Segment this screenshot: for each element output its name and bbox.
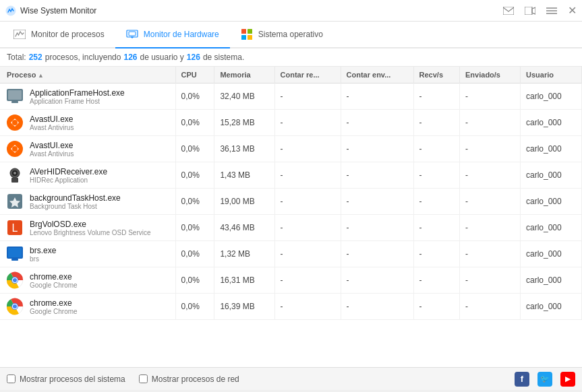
process-icon-1 (5, 113, 24, 132)
video-icon[interactable] (525, 7, 535, 15)
mem-cell-8: 16,39 MB (214, 294, 274, 320)
title-bar: Wise System Monitor ✕ (0, 0, 582, 22)
show-network-processes-label[interactable]: Mostrar procesos de red (139, 374, 239, 384)
user-cell-2: carlo_000 (521, 136, 582, 162)
summary-system: 126 (187, 53, 200, 62)
cpu-cell-0: 0,0% (175, 84, 214, 110)
env-cell-1: - (341, 110, 413, 136)
table-row[interactable]: chrome.exe Google Chrome 0,0% 16,39 MB -… (0, 294, 582, 320)
process-desc-0: Application Frame Host (30, 98, 125, 105)
process-desc-3: HIDRec Application (30, 176, 107, 184)
table-row[interactable]: backgroundTaskHost.exe Background Task H… (0, 189, 582, 215)
svg-point-20 (12, 120, 18, 125)
sent-cell-2: - (460, 136, 521, 162)
env-cell-0: - (341, 84, 413, 110)
process-icon-3 (5, 166, 24, 185)
tab-icon-hardware (126, 28, 138, 40)
cpu-cell-1: 0,0% (175, 110, 214, 136)
re-cell-7: - (274, 267, 341, 294)
app-icon (5, 5, 16, 16)
tab-sistema-operativo[interactable]: Sistema operativo (230, 22, 334, 48)
re-cell-5: - (274, 215, 341, 241)
summary-user: 126 (123, 53, 137, 62)
process-table: Proceso CPU Memoria Contar re... Contar … (0, 67, 582, 320)
table-row[interactable]: chrome.exe Google Chrome 0,0% 16,31 MB -… (0, 267, 582, 294)
user-cell-5: carlo_000 (521, 215, 582, 241)
user-cell-4: carlo_000 (521, 189, 582, 215)
sent-cell-5: - (460, 215, 521, 241)
recv-cell-8: - (413, 294, 459, 320)
col-contar-re[interactable]: Contar re... (274, 67, 341, 84)
process-icon-8 (5, 297, 24, 316)
col-contar-env[interactable]: Contar env... (341, 67, 413, 84)
sent-cell-8: - (460, 294, 521, 320)
svg-point-37 (13, 278, 17, 282)
process-cell-8: chrome.exe Google Chrome (0, 294, 175, 320)
recv-cell-1: - (413, 110, 459, 136)
youtube-icon[interactable]: ▶ (560, 372, 575, 387)
table-row[interactable]: AvastUI.exe Avast Antivirus 0,0% 15,28 M… (0, 110, 582, 136)
process-cell-6: brs.exe brs (0, 241, 175, 267)
table-row[interactable]: brs.exe brs 0,0% 1,32 MB - - - - carlo_0… (0, 241, 582, 267)
tab-monitor-hardware[interactable]: Monitor de Hardware (115, 22, 230, 48)
cpu-cell-4: 0,0% (175, 189, 214, 215)
col-proceso[interactable]: Proceso (0, 67, 175, 84)
col-usuario[interactable]: Usuario (521, 67, 582, 84)
svg-rect-16 (8, 90, 22, 100)
table-row[interactable]: L BrgVolOSD.exe Lenovo Brightness Volume… (0, 215, 582, 241)
svg-rect-31 (8, 248, 22, 257)
email-icon[interactable] (503, 7, 514, 15)
process-desc-2: Avast Antivirus (30, 150, 74, 158)
facebook-icon[interactable]: f (515, 372, 529, 387)
svg-rect-18 (11, 101, 18, 103)
re-cell-8: - (274, 294, 341, 320)
tab-label-procesos: Monitor de procesos (31, 30, 105, 39)
col-memoria[interactable]: Memoria (214, 67, 274, 84)
process-desc-8: Google Chrome (30, 308, 78, 315)
table-row[interactable]: AvastUI.exe Avast Antivirus 0,0% 36,13 M… (0, 136, 582, 162)
tab-label-sistema: Sistema operativo (258, 30, 323, 39)
svg-text:L: L (12, 222, 18, 234)
user-cell-6: carlo_000 (521, 241, 582, 267)
process-name-3: AVerHIDReceiver.exe (30, 167, 107, 176)
sent-cell-1: - (460, 110, 521, 136)
process-name-2: AvastUI.exe (30, 141, 74, 150)
cpu-cell-7: 0,0% (175, 267, 214, 294)
env-cell-3: - (341, 162, 413, 189)
sent-cell-7: - (460, 267, 521, 294)
process-desc-6: brs (30, 255, 56, 263)
summary-suffix: de sistema. (203, 53, 244, 62)
process-icon-6 (5, 244, 24, 263)
col-cpu[interactable]: CPU (175, 67, 214, 84)
tab-label-hardware: Monitor de Hardware (144, 30, 219, 39)
mem-cell-2: 36,13 MB (214, 136, 274, 162)
cpu-cell-8: 0,0% (175, 294, 214, 320)
table-row[interactable]: AVerHIDReceiver.exe HIDRec Application 0… (0, 162, 582, 189)
show-system-processes-checkbox[interactable] (7, 374, 16, 383)
svg-point-22 (12, 146, 18, 152)
show-network-processes-checkbox[interactable] (139, 374, 148, 383)
table-row[interactable]: ApplicationFrameHost.exe Application Fra… (0, 84, 582, 110)
process-icon-0 (5, 87, 24, 106)
re-cell-0: - (274, 84, 341, 110)
process-table-wrapper[interactable]: Proceso CPU Memoria Contar re... Contar … (0, 67, 582, 367)
twitter-icon[interactable]: 🐦 (537, 372, 552, 387)
svg-rect-2 (525, 7, 532, 15)
col-recvs[interactable]: Recv/s (413, 67, 459, 84)
env-cell-2: - (341, 136, 413, 162)
user-cell-1: carlo_000 (521, 110, 582, 136)
menu-icon[interactable] (546, 7, 557, 15)
mem-cell-1: 15,28 MB (214, 110, 274, 136)
app-title: Wise System Monitor (20, 6, 503, 15)
summary-total: 252 (29, 53, 42, 62)
cpu-cell-6: 0,0% (175, 241, 214, 267)
close-button[interactable]: ✕ (568, 5, 577, 16)
process-cell-3: AVerHIDReceiver.exe HIDRec Application (0, 162, 175, 189)
process-desc-1: Avast Antivirus (30, 124, 74, 131)
svg-rect-24 (11, 178, 18, 183)
tab-monitor-procesos[interactable]: Monitor de procesos (3, 22, 115, 48)
show-system-processes-label[interactable]: Mostrar procesos del sistema (7, 374, 125, 384)
table-header-row: Proceso CPU Memoria Contar re... Contar … (0, 67, 582, 84)
process-cell-2: AvastUI.exe Avast Antivirus (0, 136, 175, 162)
col-enviados[interactable]: Enviado/s (460, 67, 521, 84)
